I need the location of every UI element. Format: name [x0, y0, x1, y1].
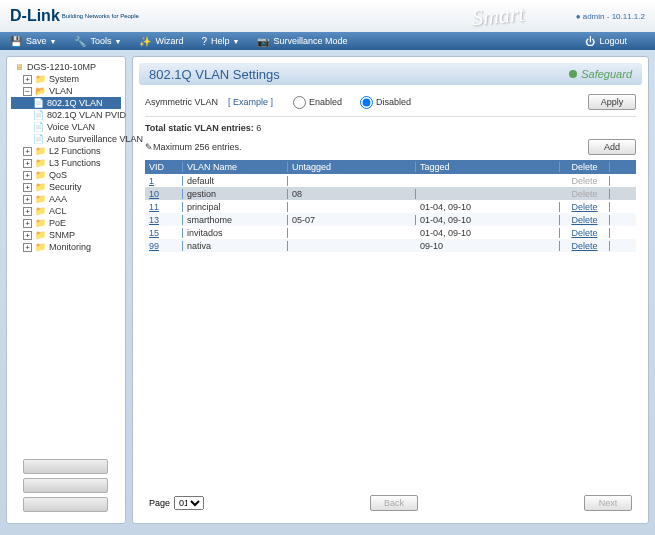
table-row: 1defaultDelete: [145, 174, 636, 187]
vlan-table: VID VLAN Name Untagged Tagged Delete 1de…: [145, 160, 636, 252]
tree-auto-surv[interactable]: 📄Auto Surveillance VLAN: [11, 133, 121, 145]
asym-label: Asymmetric VLAN: [145, 97, 218, 107]
tree-acl[interactable]: +📁ACL: [11, 205, 121, 217]
max-row: ✎ Maximum 256 entries. Add: [139, 136, 642, 158]
cell-tagged: 09-10: [416, 241, 560, 251]
table-row: 11principal01-04, 09-10Delete: [145, 200, 636, 213]
panel-header: 802.1Q VLAN Settings Safeguard: [139, 63, 642, 85]
cell-tagged: 01-04, 09-10: [416, 202, 560, 212]
cell-untagged: 08: [288, 189, 416, 199]
brand-tagline: Building Networks for People: [62, 13, 139, 19]
tree-l3[interactable]: +📁L3 Functions: [11, 157, 121, 169]
sidebar: 🖥DGS-1210-10MP +📁System −📂VLAN 📄802.1Q V…: [6, 56, 126, 524]
app-header: D-Link Building Networks for People Smar…: [0, 0, 655, 32]
cell-name: gestion: [183, 189, 288, 199]
admin-ip: 10.11.1.2: [612, 12, 645, 21]
brand-name: D-Link: [10, 7, 60, 25]
tree-vlan[interactable]: −📂VLAN: [11, 85, 121, 97]
main-panel: 802.1Q VLAN Settings Safeguard Asymmetri…: [132, 56, 649, 524]
admin-info: ● admin - 10.11.1.2: [576, 12, 645, 21]
tree-monitoring[interactable]: +📁Monitoring: [11, 241, 121, 253]
content: 🖥DGS-1210-10MP +📁System −📂VLAN 📄802.1Q V…: [0, 50, 655, 530]
col-untagged: Untagged: [288, 162, 416, 172]
col-name: VLAN Name: [183, 162, 288, 172]
max-label: Maximum 256 entries.: [153, 142, 242, 152]
delete-link[interactable]: Delete: [560, 215, 610, 225]
col-delete: Delete: [560, 162, 610, 172]
pager: Page 01 Back Next: [139, 489, 642, 517]
vid-link[interactable]: 10: [149, 189, 159, 199]
cell-untagged: 05-07: [288, 215, 416, 225]
tree-snmp[interactable]: +📁SNMP: [11, 229, 121, 241]
table-row: 10gestion08Delete: [145, 187, 636, 200]
device-image: [15, 455, 115, 515]
admin-prefix: admin -: [583, 12, 612, 21]
table-row: 15invitados01-04, 09-10Delete: [145, 226, 636, 239]
tree-poe[interactable]: +📁PoE: [11, 217, 121, 229]
vid-link[interactable]: 99: [149, 241, 159, 251]
table-row: 13smarthome05-0701-04, 09-10Delete: [145, 213, 636, 226]
tools-menu[interactable]: 🔧Tools▼: [74, 36, 121, 47]
logout-icon: ⏻: [585, 36, 595, 47]
total-entries: Total static VLAN entries: 6: [139, 120, 642, 136]
logout-button[interactable]: ⏻Logout: [585, 36, 627, 47]
table-header: VID VLAN Name Untagged Tagged Delete: [145, 160, 636, 174]
tree-8021q-vlan[interactable]: 📄802.1Q VLAN: [11, 97, 121, 109]
page-label: Page: [149, 498, 170, 508]
apply-button[interactable]: Apply: [588, 94, 636, 110]
delete-link: Delete: [560, 189, 610, 199]
cell-name: smarthome: [183, 215, 288, 225]
example-link[interactable]: [ Example ]: [228, 97, 273, 107]
smart-label: Smart: [471, 1, 526, 31]
pencil-icon: ✎: [145, 142, 153, 152]
vid-link[interactable]: 1: [149, 176, 154, 186]
add-button[interactable]: Add: [588, 139, 636, 155]
tree-system[interactable]: +📁System: [11, 73, 121, 85]
cell-name: default: [183, 176, 288, 186]
col-vid: VID: [145, 162, 183, 172]
cell-tagged: 01-04, 09-10: [416, 215, 560, 225]
cell-tagged: 01-04, 09-10: [416, 228, 560, 238]
disabled-radio[interactable]: Disabled: [360, 96, 411, 109]
delete-link[interactable]: Delete: [560, 202, 610, 212]
delete-link[interactable]: Delete: [560, 228, 610, 238]
vid-link[interactable]: 13: [149, 215, 159, 225]
tree-root[interactable]: 🖥DGS-1210-10MP: [11, 61, 121, 73]
tree-security[interactable]: +📁Security: [11, 181, 121, 193]
cell-name: nativa: [183, 241, 288, 251]
toolbar: 💾Save▼ 🔧Tools▼ ✨Wizard ?Help▼ 📷Surveilla…: [0, 32, 655, 50]
vid-link[interactable]: 15: [149, 228, 159, 238]
wizard-icon: ✨: [139, 36, 151, 47]
table-row: 99nativa09-10Delete: [145, 239, 636, 252]
col-tagged: Tagged: [416, 162, 560, 172]
save-icon: 💾: [10, 36, 22, 47]
save-menu[interactable]: 💾Save▼: [10, 36, 56, 47]
enabled-radio[interactable]: Enabled: [293, 96, 342, 109]
tree-l2[interactable]: +📁L2 Functions: [11, 145, 121, 157]
brand-logo: D-Link: [10, 7, 60, 25]
help-menu[interactable]: ?Help▼: [201, 36, 239, 47]
page-select[interactable]: 01: [174, 496, 204, 510]
cell-name: principal: [183, 202, 288, 212]
asym-vlan-row: Asymmetric VLAN [ Example ] Enabled Disa…: [139, 91, 642, 113]
safeguard-label: Safeguard: [569, 68, 632, 80]
tree-aaa[interactable]: +📁AAA: [11, 193, 121, 205]
delete-link: Delete: [560, 176, 610, 186]
panel-title: 802.1Q VLAN Settings: [149, 67, 280, 82]
tree-qos[interactable]: +📁QoS: [11, 169, 121, 181]
vid-link[interactable]: 11: [149, 202, 159, 212]
safeguard-dot-icon: [569, 70, 577, 78]
tree-8021q-pvid[interactable]: 📄802.1Q VLAN PVID: [11, 109, 121, 121]
help-icon: ?: [201, 36, 207, 47]
next-button[interactable]: Next: [584, 495, 632, 511]
surveillance-button[interactable]: 📷Surveillance Mode: [257, 36, 347, 47]
tools-icon: 🔧: [74, 36, 86, 47]
delete-link[interactable]: Delete: [560, 241, 610, 251]
back-button[interactable]: Back: [370, 495, 418, 511]
tree-voice-vlan[interactable]: 📄Voice VLAN: [11, 121, 121, 133]
cell-name: invitados: [183, 228, 288, 238]
camera-icon: 📷: [257, 36, 269, 47]
wizard-button[interactable]: ✨Wizard: [139, 36, 183, 47]
